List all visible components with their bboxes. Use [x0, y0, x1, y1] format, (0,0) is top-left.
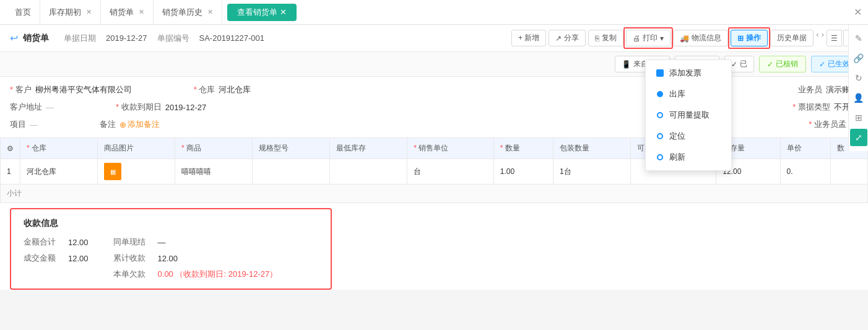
col-settings[interactable]: ⚙ — [1, 138, 20, 159]
operation-dropdown: 添加发票 出库 可用量提取 定位 刷新 — [645, 59, 732, 171]
sidebar-edit-icon[interactable]: ✎ — [850, 30, 867, 47]
logistics-button[interactable]: 🚚 物流信息 — [673, 30, 728, 46]
share-button[interactable]: ↗ 分享 — [549, 30, 586, 46]
menu-available-qty[interactable]: 可用量提取 — [646, 105, 731, 126]
cell-qty: 1.00 — [493, 159, 553, 185]
effective-icon: ✓ — [819, 60, 825, 69]
sidebar-link-icon[interactable]: 🔗 — [850, 50, 867, 67]
menu-outbound[interactable]: 出库 — [646, 84, 731, 105]
col-min-stock: 最低库存 — [330, 138, 407, 159]
locate-icon — [656, 132, 664, 141]
tab-sales-history[interactable]: 销货单历史 ✕ — [154, 0, 222, 25]
copy-button[interactable]: ⎘ 复制 — [588, 30, 623, 46]
same-order-settle-label: 同单现结 — [113, 237, 150, 248]
form-icon: ↩ — [10, 32, 18, 44]
table-row[interactable]: 1 河北仓库 ▦ 嘻嘻嘻嘻 台 1.00 1台 12.00 0. — [1, 159, 868, 185]
staff2-label: 业务员孟 — [809, 119, 846, 130]
table-header-row: ⚙ 仓库 商品图片 商品 规格型号 最低库存 销售单位 数量 包装数量 可用量 … — [1, 138, 868, 159]
form-meta: 单据日期 2019-12-27 单据编号 SA-20191227-001 — [64, 33, 264, 44]
sidebar-table-icon[interactable]: ⊞ — [850, 109, 867, 126]
staff-label: 业务员 — [798, 84, 822, 95]
print-dropdown-icon: ▾ — [660, 34, 664, 43]
summary-right-col: 同单现结 — 累计收款 12.00 本单欠款 0.00 （收款到期日: 2019… — [113, 237, 278, 280]
cell-min-stock — [330, 159, 407, 185]
tab-sales-order[interactable]: 销货单 ✕ — [101, 0, 154, 25]
form-fields: 客户 柳州粤港平安气体有限公司 仓库 河北仓库 业务员 演示账号 客户地址 — … — [0, 77, 868, 137]
col-unit-price: 单价 — [780, 138, 831, 159]
subtotal-row: 小计 — [1, 185, 868, 203]
operation-button[interactable]: ⊞ 操作 — [731, 30, 768, 46]
refresh-icon — [656, 153, 664, 162]
address-value: — — [46, 103, 54, 112]
new-button[interactable]: + 新增 — [511, 30, 546, 46]
checked-icon: ✓ — [767, 60, 773, 69]
check-icon: ✓ — [731, 60, 737, 69]
menu-locate[interactable]: 定位 — [646, 126, 731, 147]
warehouse-field: 仓库 河北仓库 — [194, 84, 251, 95]
subtotal-label: 小计 — [1, 185, 868, 203]
available-qty-icon — [656, 111, 664, 119]
second-toolbar: 📱 来自手机 ⊙ 未开票 ✓ 已 ✓ 已核销 ✓ 已生效 — [0, 52, 868, 77]
tab-view-sales[interactable]: 查看销货单 ✕ — [227, 4, 297, 21]
summary-rows: 金额合计 12.00 成交金额 12.00 同单现结 — 累计收款 12.00 — [24, 237, 318, 280]
remark-label: 备注 — [100, 119, 116, 130]
print-button[interactable]: 🖨 打印 ▾ — [626, 30, 671, 46]
cumulative-receipt-label: 累计收款 — [113, 253, 150, 264]
prev-button[interactable]: ‹ — [816, 30, 818, 46]
right-sidebar: ✎ 🔗 ↻ 👤 ⊞ ⤢ — [848, 25, 868, 151]
main-content: ↩ 销货单 单据日期 2019-12-27 单据编号 SA-20191227-0… — [0, 25, 868, 290]
sidebar-user-icon[interactable]: 👤 — [850, 89, 867, 106]
date-label: 单据日期 — [64, 33, 96, 44]
outbound-icon — [656, 90, 664, 98]
summary-section: 收款信息 金额合计 12.00 成交金额 12.00 同单现结 — 累计收款 — [10, 208, 332, 290]
add-remark-button[interactable]: ⊕ 添加备注 — [119, 119, 160, 130]
project-label: 项目 — [10, 119, 26, 130]
total-amount-label: 金额合计 — [24, 237, 61, 248]
col-image: 商品图片 — [98, 138, 175, 159]
address-label: 客户地址 — [10, 102, 42, 113]
address-field: 客户地址 — — [10, 102, 54, 113]
global-close-button[interactable]: ✕ — [854, 6, 862, 18]
history-button[interactable]: 历史单据 — [770, 30, 814, 46]
sidebar-refresh-icon[interactable]: ↻ — [850, 69, 867, 87]
menu-refresh[interactable]: 刷新 — [646, 147, 731, 168]
sidebar-expand-icon[interactable]: ⤢ — [850, 129, 867, 146]
col-warehouse: 仓库 — [20, 138, 98, 159]
close-sales-order[interactable]: ✕ — [139, 8, 144, 16]
menu-add-invoice[interactable]: 添加发票 — [646, 63, 731, 84]
project-field: 项目 — — [10, 119, 38, 130]
summary-left-col: 金额合计 12.00 成交金额 12.00 — [24, 237, 89, 280]
next-button[interactable]: › — [822, 30, 824, 46]
phone-icon: 📱 — [622, 60, 631, 69]
warehouse-label: 仓库 — [194, 84, 215, 95]
close-view-sales[interactable]: ✕ — [280, 7, 287, 17]
customer-value[interactable]: 柳州粤港平安气体有限公司 — [35, 84, 132, 95]
order-arrears-item: 本单欠款 0.00 （收款到期日: 2019-12-27） — [113, 269, 278, 280]
total-amount-item: 金额合计 12.00 — [24, 237, 89, 248]
cumulative-receipt-item: 累计收款 12.00 — [113, 253, 278, 264]
form-toolbar: ↩ 销货单 单据日期 2019-12-27 单据编号 SA-20191227-0… — [0, 25, 868, 52]
close-sales-history[interactable]: ✕ — [207, 8, 213, 16]
product-image: ▦ — [104, 163, 121, 180]
warehouse-value[interactable]: 河北仓库 — [219, 84, 251, 95]
deal-amount-value: 12.00 — [68, 254, 89, 263]
copy-icon: ⎘ — [595, 34, 599, 43]
col-pack-qty: 包装数量 — [553, 138, 630, 159]
same-order-settle-value: — — [158, 238, 166, 247]
truck-icon: 🚚 — [680, 34, 689, 43]
col-unit: 销售单位 — [407, 138, 494, 159]
due-date-note: （收款到期日: 2019-12-27） — [175, 269, 277, 279]
invoice-label: 票据类型 — [792, 102, 830, 113]
cell-spec — [253, 159, 330, 185]
list-view-button[interactable]: ☰ — [827, 30, 842, 46]
summary-title: 收款信息 — [24, 218, 318, 229]
cell-product: 嘻嘻嘻嘻 — [175, 159, 253, 185]
checked-button[interactable]: ✓ 已核销 — [759, 56, 806, 72]
close-inventory-init[interactable]: ✕ — [86, 8, 92, 16]
no-value: SA-20191227-001 — [199, 33, 265, 43]
payment-date-value[interactable]: 2019-12-27 — [165, 103, 207, 112]
tab-inventory-init[interactable]: 库存期初 ✕ — [40, 0, 101, 25]
cumulative-receipt-value: 12.00 — [158, 254, 178, 263]
cell-more — [831, 159, 868, 185]
tab-home[interactable]: 首页 — [6, 0, 40, 25]
